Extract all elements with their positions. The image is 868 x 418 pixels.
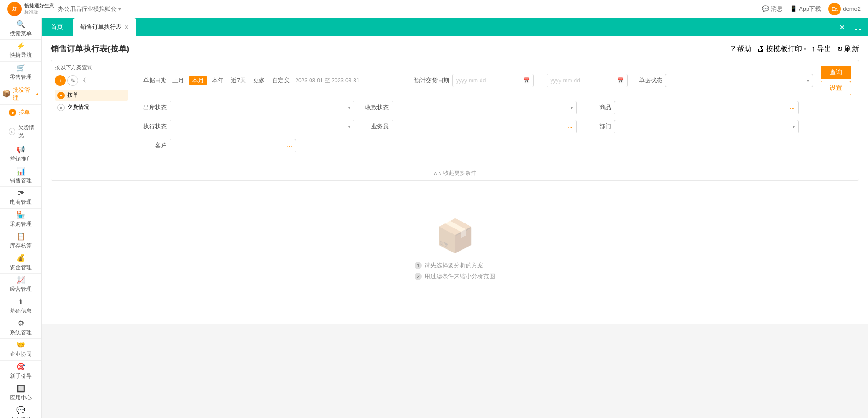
predict-date-end[interactable]: yyyy-mm-dd 📅: [547, 74, 628, 87]
page-actions: ? 帮助 🖨 按模板打印 ▾ ↑ 导出 ↻: [731, 44, 859, 54]
doc-status-chevron: ▾: [807, 78, 809, 83]
salesman-dots-icon[interactable]: ···: [567, 123, 573, 130]
sidebar-item-basicinfo[interactable]: ℹ 基础信息: [0, 295, 41, 317]
collapse-plan-button[interactable]: 《: [80, 75, 86, 86]
date-tab-7days[interactable]: 近7天: [229, 76, 248, 86]
collapse-more-button[interactable]: ∧∧ 收起更多条件: [434, 169, 476, 177]
app-download-button[interactable]: 📱 App下载: [790, 5, 821, 13]
empty-state: 📦 1 请先选择要分析的方案 2 用过滤条件来缩小分析范围: [51, 181, 859, 317]
tab-maximize-button[interactable]: ⛶: [852, 21, 864, 33]
quicknav-icon: ⚡: [16, 42, 25, 50]
message-button[interactable]: 💬 消息: [762, 5, 783, 13]
dept-select[interactable]: ▾: [614, 120, 799, 133]
empty-tip-2: 2 用过滤条件来缩小分析范围: [415, 272, 495, 280]
goods-select[interactable]: ···: [614, 101, 799, 114]
receive-status-select[interactable]: ▾: [392, 101, 576, 114]
tab-label: 销售订单执行表: [80, 23, 122, 31]
empty-illustration: 📦: [435, 217, 475, 254]
top-bar-left: 好 畅捷通好生意 标准版 办公用品行业模拟账套 ▾: [7, 2, 121, 16]
date-tab-thisyear[interactable]: 本年: [210, 76, 226, 86]
predict-date-start[interactable]: yyyy-mm-dd 📅: [452, 74, 533, 87]
user-area[interactable]: Ea demo2: [828, 3, 861, 15]
plan-item-press[interactable]: ● 按单: [55, 90, 128, 101]
filter-plan-items: ● 按单 ○ 欠货情况: [55, 90, 128, 113]
system-icon: ⚙: [18, 319, 24, 328]
sidebar-item-marketing[interactable]: 📢 营销推广: [0, 143, 41, 165]
sidebar-item-operation[interactable]: 📈 经营管理: [0, 274, 41, 295]
exec-status-select[interactable]: ▾: [170, 120, 354, 133]
doc-status-field: 单据状态 ▾: [635, 74, 813, 87]
receive-status-chevron: ▾: [571, 105, 573, 110]
breadcrumb-arrow-icon[interactable]: ▾: [118, 6, 121, 12]
sidebar-item-newbie[interactable]: 🎯 新手引导: [0, 361, 41, 382]
collapse-more-label: 收起更多条件: [443, 169, 476, 177]
sidebar: 🔍 搜索菜单 ⚡ 快捷导航 🛒 零售管理 📦 批发管理 ▲ ● 按单 ○: [0, 18, 42, 418]
salesman-select[interactable]: ···: [392, 120, 576, 133]
tab-close-window-button[interactable]: ✕: [835, 21, 848, 33]
out-status-select[interactable]: ▾: [170, 101, 354, 114]
sidebar-item-purchase[interactable]: 🏪 采购管理: [0, 209, 41, 230]
top-bar: 好 畅捷通好生意 标准版 办公用品行业模拟账套 ▾ 💬 消息 📱 App下载 E…: [0, 0, 868, 18]
add-plan-button[interactable]: +: [55, 75, 66, 86]
sidebar-item-appcenter[interactable]: 🔲 应用中心: [0, 382, 41, 404]
filter-row-4: 客户 ···: [140, 139, 851, 152]
sidebar-label-sales: 销售管理: [10, 177, 32, 185]
customer-select[interactable]: ···: [170, 139, 296, 152]
plan-item-shortage[interactable]: ○ 欠货情况: [55, 102, 128, 113]
marketing-icon: 📢: [16, 145, 25, 154]
sidebar-sub-item-shortage[interactable]: ○ 欠货情况: [0, 120, 41, 143]
refresh-button[interactable]: ↻ 刷新: [837, 44, 859, 54]
sidebar-label-purchase: 采购管理: [10, 220, 32, 228]
doc-status-select[interactable]: ▾: [665, 74, 813, 87]
goods-label: 商品: [584, 104, 611, 112]
sidebar-label-wholesale: 批发管理: [13, 86, 33, 102]
app-label: App下载: [799, 5, 821, 13]
predict-date-end-text: yyyy-mm-dd: [551, 77, 580, 84]
sidebar-item-ecommerce[interactable]: 🛍 电商管理: [0, 187, 41, 209]
filter-plan-title: 按以下方案查询: [55, 64, 128, 71]
tab-close-icon[interactable]: ✕: [124, 24, 129, 30]
print-button[interactable]: 🖨 按模板打印 ▾: [757, 44, 806, 54]
date-tab-custom[interactable]: 自定义: [270, 76, 292, 86]
goods-dots-icon[interactable]: ···: [789, 104, 795, 111]
query-button[interactable]: 查询: [821, 66, 851, 79]
date-tabs: 上月 本月 本年 近7天 更多 自定义: [170, 76, 292, 86]
date-tab-lastmonth[interactable]: 上月: [170, 76, 186, 86]
corpwechat-icon: 💬: [16, 406, 25, 414]
sidebar-sub-label-press: 按单: [19, 109, 30, 116]
filter-plan-title-text: 按以下方案查询: [55, 64, 93, 71]
date-tab-more[interactable]: 更多: [251, 76, 267, 86]
sidebar-item-inventory[interactable]: 📋 库存核算: [0, 230, 41, 252]
exec-status-chevron: ▾: [348, 124, 350, 129]
basicinfo-icon: ℹ: [19, 297, 22, 306]
tab-sales-order[interactable]: 销售订单执行表 ✕: [73, 18, 136, 36]
sidebar-item-finance[interactable]: 💰 资金管理: [0, 252, 41, 274]
sidebar-item-wholesale[interactable]: 📦 批发管理 ▲: [0, 83, 41, 105]
help-button[interactable]: ? 帮助: [731, 44, 751, 54]
message-label: 消息: [771, 5, 783, 13]
predict-date-label: 预计交货日期: [414, 76, 449, 85]
sidebar-item-system[interactable]: ⚙ 系统管理: [0, 317, 41, 339]
edit-plan-button[interactable]: ✎: [67, 75, 78, 86]
sidebar-item-corpwechat[interactable]: 💬 企业微信: [0, 404, 41, 418]
sidebar-item-collab[interactable]: 🤝 企业协同: [0, 339, 41, 361]
tab-home[interactable]: 首页: [42, 18, 72, 36]
wholesale-icon: 📦: [2, 89, 11, 98]
finance-icon: 💰: [16, 254, 25, 262]
date-tab-thismonth[interactable]: 本月: [189, 76, 207, 86]
sidebar-label-inventory: 库存核算: [10, 242, 32, 250]
export-icon: ↑: [811, 45, 815, 53]
sidebar-item-retail[interactable]: 🛒 零售管理: [0, 62, 41, 83]
sidebar-item-search[interactable]: 🔍 搜索菜单: [0, 18, 41, 40]
purchase-icon: 🏪: [16, 210, 25, 219]
sidebar-sub-item-press[interactable]: ● 按单: [0, 105, 41, 120]
sidebar-item-sales[interactable]: 📊 销售管理: [0, 165, 41, 187]
settings-button[interactable]: 设置: [821, 81, 851, 95]
top-bar-right: 💬 消息 📱 App下载 Ea demo2: [762, 3, 861, 15]
sidebar-item-quicknav[interactable]: ⚡ 快捷导航: [0, 40, 41, 62]
export-button[interactable]: ↑ 导出: [811, 44, 831, 54]
plan-bullet-shortage: ○: [57, 104, 65, 111]
out-status-chevron: ▾: [348, 105, 350, 110]
customer-dots-icon[interactable]: ···: [287, 142, 292, 149]
collapse-up-icon: ∧∧: [434, 170, 442, 176]
